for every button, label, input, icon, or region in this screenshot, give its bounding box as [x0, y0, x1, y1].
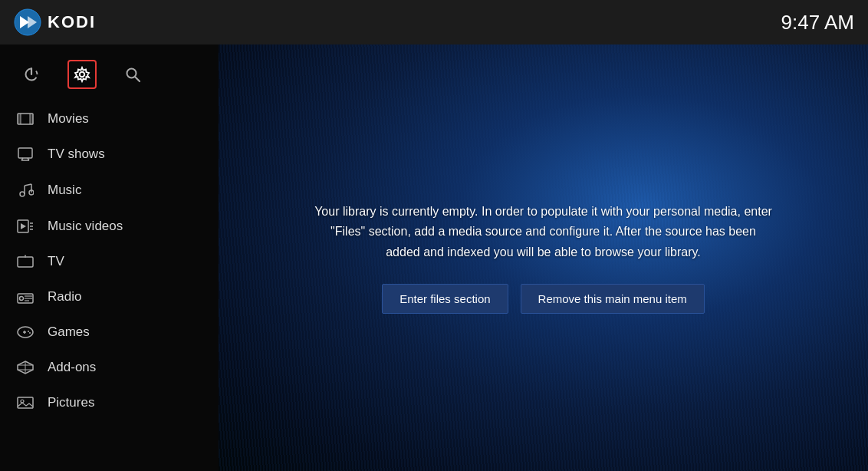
sidebar-item-tvshows[interactable]: TV shows: [0, 137, 219, 172]
svg-line-19: [25, 184, 31, 186]
radio-icon: [17, 290, 35, 304]
svg-line-7: [135, 77, 140, 81]
sidebar-controls: [0, 51, 219, 101]
svg-point-38: [28, 331, 29, 332]
sidebar-item-radio[interactable]: Radio: [0, 279, 219, 315]
games-label: Games: [48, 324, 90, 340]
tv-icon: [17, 255, 35, 268]
power-icon: [23, 66, 40, 83]
pictures-label: Pictures: [48, 395, 94, 410]
svg-rect-10: [30, 114, 33, 124]
tv-label: TV: [48, 254, 64, 269]
tvshows-icon: [17, 147, 35, 161]
sidebar: Movies TV shows Music Music videos: [0, 44, 219, 471]
music-icon: [17, 182, 35, 199]
sidebar-item-music[interactable]: Music: [0, 172, 219, 209]
music-label: Music: [48, 183, 81, 198]
svg-rect-44: [18, 397, 33, 408]
sidebar-item-games[interactable]: Games: [0, 315, 219, 350]
svg-rect-27: [18, 257, 33, 267]
tvshows-label: TV shows: [48, 147, 105, 162]
remove-menu-item-button[interactable]: Remove this main menu item: [521, 284, 705, 314]
svg-rect-9: [18, 114, 21, 124]
addons-label: Add-ons: [48, 360, 96, 375]
movies-label: Movies: [48, 111, 89, 127]
radio-label: Radio: [48, 289, 81, 305]
power-button[interactable]: [17, 60, 46, 89]
svg-marker-23: [21, 223, 26, 229]
settings-button[interactable]: [67, 60, 97, 89]
music-videos-label: Music videos: [48, 219, 123, 234]
music-videos-icon: [17, 219, 35, 233]
svg-rect-13: [18, 148, 32, 158]
topbar: KODI 9:47 AM: [0, 0, 868, 44]
sidebar-item-addons[interactable]: Add-ons: [0, 350, 219, 385]
games-icon: [17, 326, 35, 338]
content-area: Your library is currently empty. In orde…: [219, 44, 868, 471]
main-layout: Movies TV shows Music Music videos: [0, 44, 868, 471]
svg-point-28: [25, 255, 26, 257]
kodi-logo: KODI: [14, 8, 96, 36]
sidebar-item-music-videos[interactable]: Music videos: [0, 209, 219, 244]
svg-point-17: [20, 192, 25, 196]
svg-point-31: [20, 297, 24, 301]
addons-icon: [17, 361, 35, 374]
search-button[interactable]: [118, 60, 147, 89]
enter-files-button[interactable]: Enter files section: [382, 284, 508, 314]
sidebar-item-tv[interactable]: TV: [0, 244, 219, 279]
clock: 9:47 AM: [781, 11, 854, 35]
svg-point-39: [29, 332, 31, 334]
pictures-icon: [17, 396, 35, 410]
svg-point-5: [80, 72, 84, 77]
gear-icon: [74, 66, 90, 83]
kodi-title: KODI: [48, 12, 96, 32]
sidebar-nav: Movies TV shows Music Music videos: [0, 101, 219, 471]
sidebar-item-movies[interactable]: Movies: [0, 101, 219, 137]
search-icon: [124, 66, 141, 83]
sidebar-item-pictures[interactable]: Pictures: [0, 385, 219, 420]
kodi-logo-icon: [14, 8, 41, 36]
content-inner: Your library is currently empty. In orde…: [219, 44, 868, 471]
empty-library-message: Your library is currently empty. In orde…: [314, 202, 774, 262]
action-buttons: Enter files section Remove this main men…: [382, 284, 705, 314]
topbar-left: KODI: [14, 8, 96, 36]
movies-icon: [17, 112, 35, 126]
